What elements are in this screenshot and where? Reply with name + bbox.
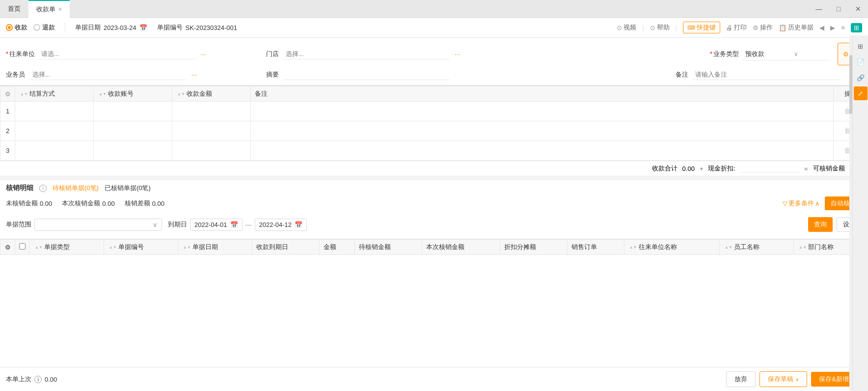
range-select[interactable]: ∨ [34,219,162,231]
store-more-btn[interactable]: ··· [453,50,462,58]
bottom-gear-icon[interactable]: ⚙ [5,244,11,251]
window-min-btn[interactable]: — [809,0,829,18]
print-icon: 🖨 [726,24,732,31]
start-date-input[interactable]: 2022-04-01 📅 [190,219,243,231]
cal-icon[interactable]: 📅 [139,24,147,31]
radio-refund[interactable]: 退款 [33,23,55,32]
bottom-check-all[interactable] [19,243,26,250]
scroll-thumb[interactable] [849,55,852,114]
footer-info-icon[interactable]: ℹ [34,376,42,383]
list-view-btn[interactable]: ≡ [841,24,845,31]
row-2-remark[interactable] [251,121,834,141]
window-close-btn[interactable]: ✕ [848,0,868,18]
history-icon: 📋 [779,24,787,31]
pending-tab[interactable]: 待核销单据(0笔) [53,184,99,193]
business-type-select[interactable]: 预收款 ∨ [742,48,831,60]
video-btn[interactable]: ⊙ 视频 [617,23,636,32]
salesperson-label: 业务员 [6,70,27,79]
end-date-cal-icon[interactable]: 📅 [295,221,302,228]
start-date-cal-icon[interactable]: 📅 [230,221,238,228]
remark-input[interactable] [692,69,840,80]
row-2-account[interactable] [94,121,172,141]
range-label: 单据范围 [6,220,31,229]
sidebar-link-btn[interactable]: 🔗 [854,71,868,84]
more-conditions-btn[interactable]: ▽ 更多条件 ∧ [783,199,820,208]
col-due-date: 收款到期日 [252,240,319,255]
sort-date: ▲▼ [183,245,191,250]
row-1-settlement[interactable] [15,102,94,121]
sidebar-expand-btn[interactable]: ⤢ [854,86,868,100]
business-type-value: 预收款 [745,50,764,58]
grid-view-btn[interactable]: ⊞ [851,23,862,32]
sort-type: ▲▼ [35,245,43,250]
main-content: 收款 退款 单据日期 2023-03-24 📅 单据编号 SK-20230324… [0,18,868,391]
col-employee: ▲▼ 员工名称 [720,240,794,255]
more-conditions-label: 更多条件 [788,199,814,208]
date-separator: — [245,221,252,228]
row-2-amount[interactable] [172,121,251,141]
col-discount-label: 折扣分摊额 [504,243,536,251]
counterparty-input[interactable] [38,49,195,59]
row-3-settlement[interactable] [15,141,94,161]
sort-employee: ▲▼ [725,245,732,250]
col-account: ▲▼ 收款账号 [94,86,172,102]
operation-btn[interactable]: ⚙ 操作 [753,23,773,32]
business-type-field: 业务类型 预收款 ∨ ⚙ 设置 [710,43,862,65]
discount-input[interactable] [740,165,799,172]
tab-home[interactable]: 首页 [0,0,28,18]
radio-receive[interactable]: 收款 [6,23,27,32]
stat-unreconciled: 未核销金额 0.00 [6,199,52,208]
footer-right: 放弃 保存草稿 ∨ 保存&新增 ∨ [726,371,862,387]
nav-left-icon: ◀ [819,24,824,31]
tab-close-btn[interactable]: × [58,0,62,18]
history-btn[interactable]: 📋 历史单据 [779,23,814,32]
nav-right-btn[interactable]: ▶ [830,24,835,31]
counterparty-more-btn[interactable]: ··· [198,50,208,58]
col-sales-order: 销售订单 [568,240,624,255]
row-3-remark[interactable] [251,141,834,161]
filter-icon: ▽ [783,200,787,207]
summary-input[interactable] [283,69,450,80]
table-row: 1 🗑 ⧉ [0,102,868,121]
row-2-settlement[interactable] [15,121,94,141]
completed-tab[interactable]: 已核销单据(0笔) [105,184,151,193]
help-btn[interactable]: ⊙ 帮助 [650,23,670,32]
tab-active[interactable]: 收款单 × [28,0,70,18]
salesperson-more-btn[interactable]: ··· [190,71,199,79]
col-amount-b-label: 金额 [324,243,336,251]
nav-left-btn[interactable]: ◀ [819,24,824,31]
col-this-amount: 本次核销金额 [422,240,500,255]
row-1-amount[interactable] [172,102,251,121]
sort-arrows-amount: ▲▼ [177,92,185,96]
row-1-account[interactable] [94,102,172,121]
section-divider [0,176,868,180]
print-btn[interactable]: 🖨 打印 [726,23,747,32]
row-3-account[interactable] [94,141,172,161]
reconcile-info-icon[interactable]: i [39,185,47,192]
date-value[interactable]: 2023-03-24 [104,24,136,31]
abandon-btn[interactable]: 放弃 [726,371,756,387]
sort-arrows-account: ▲▼ [99,92,107,96]
row-3-amount[interactable] [172,141,251,161]
radio-receive-label: 收款 [15,23,27,32]
shortcut-btn[interactable]: ⌨ 快捷键 [683,22,720,33]
row-1-remark[interactable] [251,102,834,121]
col-this-amount-label: 本次核销金额 [426,243,464,251]
end-date-input[interactable]: 2022-04-12 📅 [255,219,307,231]
save-draft-arrow: ∨ [795,377,799,382]
row-num-1: 1 [0,102,15,121]
save-draft-btn[interactable]: 保存草稿 ∨ [760,371,807,387]
bottom-table: ⚙ ▲▼ 单据类型 ▲▼ 单据编号 ▲▼ 单据日期 [0,239,868,255]
col-employee-label: 员工名称 [734,243,760,251]
save-new-label: 保存&新增 [819,375,849,384]
bottom-check-header [15,240,30,255]
range-field: 单据范围 ∨ [6,219,162,231]
salesperson-input[interactable] [29,69,187,80]
settings-icon: ⚙ [843,51,849,58]
sidebar-table-btn[interactable]: ⊞ [854,39,868,53]
window-max-btn[interactable]: □ [829,0,848,18]
store-input[interactable] [283,49,450,59]
sidebar-document-btn[interactable]: 📄 [854,55,868,69]
query-btn[interactable]: 查询 [808,217,833,232]
table-gear-icon[interactable]: ⚙ [5,90,11,98]
